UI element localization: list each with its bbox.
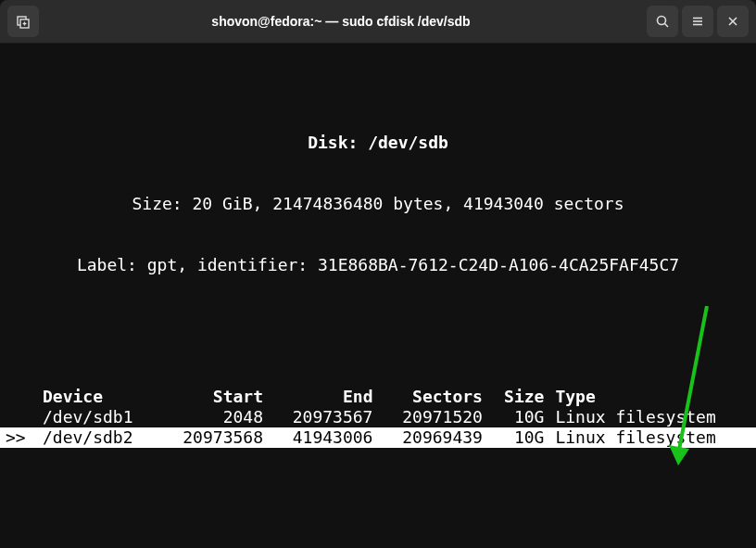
cell-end: 20973567 <box>269 407 378 427</box>
titlebar: shovon@fedora:~ — sudo cfdisk /dev/sdb <box>0 0 756 44</box>
cell-start: 2048 <box>159 407 269 427</box>
cell-sectors: 20969439 <box>378 427 487 448</box>
col-end: End <box>269 387 378 407</box>
menu-button[interactable] <box>682 6 713 37</box>
close-button[interactable] <box>717 6 749 37</box>
cell-type: Linux filesystem <box>549 407 756 427</box>
search-icon <box>655 14 670 29</box>
cell-device: /dev/sdb1 <box>37 407 159 427</box>
size-line: Size: 20 GiB, 21474836480 bytes, 4194304… <box>0 194 756 214</box>
table-row[interactable]: >>/dev/sdb220973568419430062096943910GLi… <box>0 427 756 448</box>
new-tab-button[interactable] <box>7 6 39 37</box>
window-title: shovon@fedora:~ — sudo cfdisk /dev/sdb <box>39 14 643 29</box>
terminal-content: Disk: /dev/sdb Size: 20 GiB, 21474836480… <box>0 44 756 548</box>
cell-size: 10G <box>488 427 549 448</box>
cell-type: Linux filesystem <box>549 427 756 448</box>
svg-line-5 <box>665 24 669 28</box>
label-line: Label: gpt, identifier: 31E868BA-7612-C2… <box>0 255 756 275</box>
svg-point-4 <box>658 17 666 25</box>
cell-start: 20973568 <box>159 427 269 448</box>
search-button[interactable] <box>647 6 678 37</box>
col-size: Size <box>488 387 549 407</box>
close-icon <box>725 14 740 29</box>
cell-device: /dev/sdb2 <box>37 427 159 448</box>
col-device: Device <box>37 387 159 407</box>
cell-size: 10G <box>488 407 549 427</box>
partition-header-row: Device Start End Sectors Size Type <box>0 387 756 407</box>
col-type: Type <box>549 387 756 407</box>
disk-header: Disk: /dev/sdb Size: 20 GiB, 21474836480… <box>0 92 756 316</box>
new-tab-icon <box>16 14 31 29</box>
disk-line: Disk: /dev/sdb <box>0 133 756 153</box>
partition-table: Device Start End Sectors Size Type /dev/… <box>0 387 756 448</box>
row-marker: >> <box>0 427 37 448</box>
col-start: Start <box>159 387 269 407</box>
cell-sectors: 20971520 <box>378 407 487 427</box>
cell-end: 41943006 <box>269 427 378 448</box>
hamburger-icon <box>690 14 705 29</box>
table-row[interactable]: /dev/sdb12048209735672097152010GLinux fi… <box>0 407 756 427</box>
row-marker <box>0 407 37 427</box>
col-sectors: Sectors <box>378 387 487 407</box>
